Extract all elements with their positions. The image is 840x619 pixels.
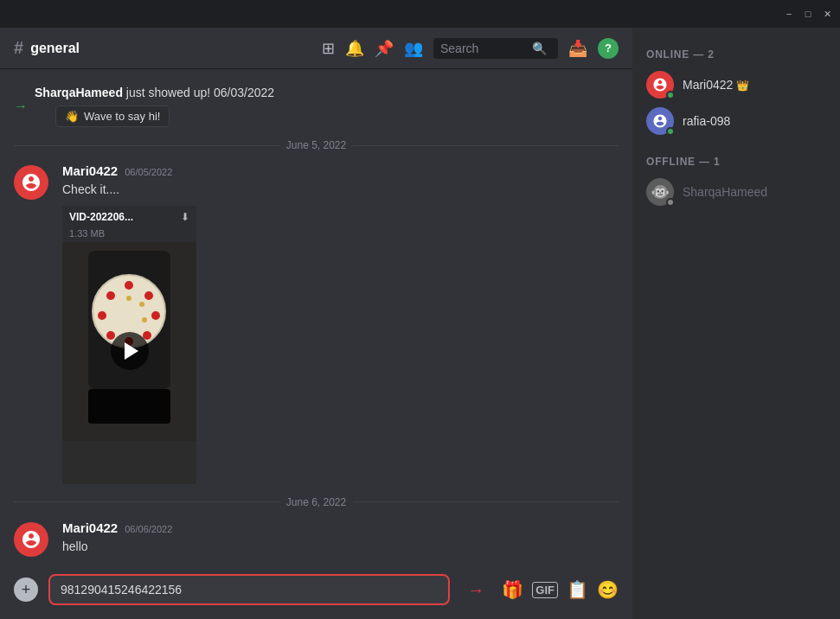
list-item[interactable]: 🐵 SharqaHameed — [639, 175, 833, 209]
wave-emoji: 👋 — [65, 110, 79, 123]
video-thumbnail — [62, 242, 196, 484]
svg-point-4 — [144, 291, 153, 300]
search-icon: 🔍 — [532, 41, 547, 55]
avatar — [14, 165, 48, 200]
bell-icon[interactable]: 🔔 — [345, 39, 364, 58]
join-message: → SharqaHameed just showed up! 06/03/202… — [0, 83, 632, 129]
date-divider-label-2: June 6, 2022 — [286, 496, 346, 508]
list-item[interactable]: rafia-098 — [639, 104, 833, 138]
messages-container: → SharqaHameed just showed up! 06/03/202… — [0, 69, 632, 560]
crown-icon: 👑 — [736, 80, 749, 92]
video-filename: VID-202206... — [69, 211, 133, 223]
date-divider-june5: June 5, 2022 — [0, 132, 632, 158]
inbox-icon[interactable]: 📥 — [568, 39, 587, 58]
sidebar-username: Mari0422 👑 — [683, 78, 749, 92]
download-icon[interactable]: ⬇ — [181, 211, 189, 223]
svg-point-9 — [98, 311, 106, 320]
message-username: Mari0422 — [62, 163, 118, 178]
header-icons: ⊞ 🔔 📌 👥 🔍 📥 ? — [322, 38, 619, 59]
status-indicator — [666, 91, 675, 99]
sidebar-username: rafia-098 — [683, 114, 730, 128]
date-divider-label: June 5, 2022 — [286, 139, 346, 151]
sidebar-username: SharqaHameed — [683, 185, 767, 199]
titlebar: − □ ✕ — [0, 0, 840, 28]
channel-header: # general ⊞ 🔔 📌 👥 🔍 📥 ? — [0, 28, 632, 69]
wave-label: Wave to say hi! — [84, 110, 160, 123]
message-username: Mari0422 — [62, 520, 118, 535]
svg-point-10 — [106, 291, 115, 300]
message-content: Mari0422 06/05/2022 Check it.... VID-202… — [62, 163, 619, 484]
message-text: hello — [62, 539, 619, 556]
close-button[interactable]: ✕ — [821, 8, 833, 20]
video-attachment: VID-202206... ⬇ 1.33 MB — [62, 206, 196, 484]
svg-rect-14 — [88, 389, 170, 424]
avatar — [646, 71, 674, 99]
pin-icon[interactable]: 📌 — [375, 39, 394, 58]
join-arrow-icon: → — [14, 99, 28, 114]
search-input[interactable] — [440, 41, 527, 55]
channel-area: # general ⊞ 🔔 📌 👥 🔍 📥 ? → — [0, 28, 632, 619]
offline-section-title: OFFLINE — 1 — [639, 149, 833, 171]
arrow-icon: → — [467, 580, 484, 600]
message-timestamp: 06/05/2022 — [125, 167, 172, 177]
channel-name-label: general — [30, 41, 80, 56]
search-box[interactable]: 🔍 — [433, 38, 558, 59]
video-size: 1.33 MB — [62, 228, 196, 242]
gif-button[interactable]: GIF — [532, 582, 558, 598]
svg-point-3 — [125, 281, 133, 290]
help-icon[interactable]: ? — [598, 38, 619, 59]
svg-point-13 — [142, 317, 147, 322]
hash-icon: # — [14, 38, 23, 58]
avatar: 🐵 — [646, 178, 674, 206]
hashtag-icon[interactable]: ⊞ — [322, 39, 335, 58]
channel-name-group: # general — [14, 38, 311, 58]
app-body: # general ⊞ 🔔 📌 👥 🔍 📥 ? → — [0, 28, 840, 619]
status-indicator — [666, 127, 675, 136]
plus-icon: + — [22, 581, 31, 599]
table-row: Mari0422 06/05/2022 Check it.... VID-202… — [0, 160, 632, 488]
date-divider-june6: June 6, 2022 — [0, 489, 632, 515]
video-header: VID-202206... ⬇ — [62, 206, 196, 228]
svg-point-5 — [151, 311, 160, 320]
message-content: Mari0422 06/06/2022 hello — [62, 520, 619, 557]
avatar — [646, 107, 674, 135]
message-input[interactable] — [61, 583, 438, 597]
status-indicator — [666, 198, 675, 207]
gift-icon[interactable]: 🎁 — [502, 579, 523, 600]
svg-point-11 — [126, 296, 131, 301]
video-play-button[interactable] — [111, 332, 149, 370]
svg-point-12 — [139, 302, 144, 307]
message-input-wrapper — [48, 574, 450, 605]
people-icon[interactable]: 👥 — [404, 39, 423, 58]
input-actions: 🎁 GIF 📋 😊 — [502, 579, 619, 600]
video-bg — [62, 242, 196, 484]
input-area: + → 🎁 GIF 📋 😊 — [0, 560, 632, 619]
wave-button[interactable]: 👋 Wave to say hi! — [55, 105, 170, 127]
join-username: SharqaHameed — [35, 86, 123, 99]
right-sidebar: ONLINE — 2 Mari0422 👑 rafia-098 — [632, 28, 840, 619]
avatar — [14, 522, 48, 557]
maximize-button[interactable]: □ — [802, 8, 814, 20]
message-text: Check it.... — [62, 182, 619, 199]
join-text: SharqaHameed just showed up! 06/03/2022 — [35, 86, 274, 99]
list-item[interactable]: Mari0422 👑 — [639, 67, 833, 102]
message-header: Mari0422 06/06/2022 — [62, 520, 619, 535]
add-attachment-button[interactable]: + — [14, 578, 38, 602]
message-header: Mari0422 06/05/2022 — [62, 163, 619, 178]
online-section-title: ONLINE — 2 — [639, 41, 833, 64]
join-description: just showed up! 06/03/2022 — [126, 86, 274, 99]
minimize-button[interactable]: − — [783, 8, 795, 20]
message-timestamp: 06/06/2022 — [125, 524, 172, 534]
sticker-icon[interactable]: 📋 — [567, 579, 588, 600]
table-row: Mari0422 06/06/2022 hello — [0, 517, 632, 560]
emoji-icon[interactable]: 😊 — [597, 579, 619, 600]
